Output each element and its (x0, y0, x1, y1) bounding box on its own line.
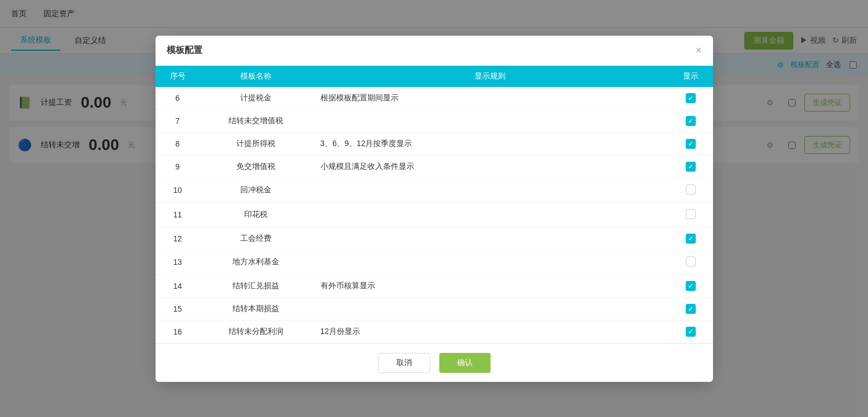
modal-overlay: 模板配置 × 序号 模板名称 显示规则 显示 6计提税金根据模板配置期间显 (0, 0, 868, 417)
col-header-rule: 显示规则 (312, 66, 668, 87)
cell-name: 结转未交增值税 (200, 109, 312, 132)
col-header-name: 模板名称 (200, 66, 312, 87)
cell-checkbox (668, 297, 713, 320)
cell-checkbox (668, 202, 713, 227)
cell-no: 6 (156, 87, 200, 110)
table-row: 11印花税 (156, 202, 713, 227)
table-row: 13地方水利基金 (156, 250, 713, 274)
cell-rule: 3、6、9、12月按季度显示 (312, 132, 668, 155)
cell-name: 结转汇兑损益 (200, 274, 312, 297)
cell-checkbox (668, 87, 713, 110)
cell-no: 16 (156, 320, 200, 343)
cell-no: 10 (156, 178, 200, 202)
cell-rule: 有外币核算显示 (312, 274, 668, 297)
cell-name: 免交增值税 (200, 155, 312, 178)
table-row: 9免交增值税小规模且满足收入条件显示 (156, 155, 713, 178)
cell-checkbox (668, 178, 713, 202)
checkbox-row-6[interactable] (686, 93, 696, 103)
cell-checkbox (668, 132, 713, 155)
cell-rule: 小规模且满足收入条件显示 (312, 155, 668, 178)
checkbox-row-10[interactable] (686, 185, 696, 195)
cell-rule: 根据模板配置期间显示 (312, 87, 668, 110)
template-config-modal: 模板配置 × 序号 模板名称 显示规则 显示 6计提税金根据模板配置期间显 (156, 36, 713, 382)
checkbox-row-16[interactable] (686, 327, 696, 337)
cell-no: 15 (156, 297, 200, 320)
table-row: 7结转未交增值税 (156, 109, 713, 132)
table-row: 12工会经费 (156, 227, 713, 250)
col-header-no: 序号 (156, 66, 200, 87)
table-row: 10回冲税金 (156, 178, 713, 202)
table-scroll-container[interactable]: 序号 模板名称 显示规则 显示 6计提税金根据模板配置期间显示7结转未交增值税8… (156, 66, 713, 343)
table-row: 16结转未分配利润12月份显示 (156, 320, 713, 343)
checkbox-row-15[interactable] (686, 304, 696, 314)
checkbox-row-13[interactable] (686, 256, 696, 266)
cell-checkbox (668, 227, 713, 250)
cell-rule (312, 297, 668, 320)
cell-checkbox (668, 155, 713, 178)
cell-no: 11 (156, 202, 200, 227)
checkbox-row-12[interactable] (686, 234, 696, 244)
config-table: 序号 模板名称 显示规则 显示 6计提税金根据模板配置期间显示7结转未交增值税8… (156, 66, 713, 343)
cell-checkbox (668, 109, 713, 132)
cell-name: 地方水利基金 (200, 250, 312, 274)
modal-title: 模板配置 (167, 45, 202, 56)
cell-rule (312, 250, 668, 274)
cell-rule (312, 202, 668, 227)
cell-name: 结转未分配利润 (200, 320, 312, 343)
cell-name: 计提所得税 (200, 132, 312, 155)
confirm-button[interactable]: 确认 (439, 353, 491, 373)
modal-header: 模板配置 × (156, 36, 713, 66)
cancel-button[interactable]: 取消 (378, 353, 430, 373)
cell-name: 回冲税金 (200, 178, 312, 202)
cell-name: 印花税 (200, 202, 312, 227)
cell-rule: 12月份显示 (312, 320, 668, 343)
cell-no: 8 (156, 132, 200, 155)
cell-name: 结转本期损益 (200, 297, 312, 320)
checkbox-row-9[interactable] (686, 162, 696, 172)
table-row: 15结转本期损益 (156, 297, 713, 320)
cell-checkbox (668, 250, 713, 274)
checkbox-row-8[interactable] (686, 139, 696, 149)
modal-close-button[interactable]: × (696, 45, 702, 55)
table-row: 14结转汇兑损益有外币核算显示 (156, 274, 713, 297)
modal-footer: 取消 确认 (156, 343, 713, 382)
checkbox-row-7[interactable] (686, 116, 696, 126)
checkbox-row-14[interactable] (686, 281, 696, 291)
cell-no: 7 (156, 109, 200, 132)
table-body: 6计提税金根据模板配置期间显示7结转未交增值税8计提所得税3、6、9、12月按季… (156, 87, 713, 343)
cell-name: 计提税金 (200, 87, 312, 110)
cell-no: 13 (156, 250, 200, 274)
table-row: 8计提所得税3、6、9、12月按季度显示 (156, 132, 713, 155)
cell-no: 9 (156, 155, 200, 178)
cell-no: 12 (156, 227, 200, 250)
table-row: 6计提税金根据模板配置期间显示 (156, 87, 713, 110)
cell-checkbox (668, 320, 713, 343)
cell-name: 工会经费 (200, 227, 312, 250)
cell-checkbox (668, 274, 713, 297)
checkbox-row-11[interactable] (686, 209, 696, 219)
cell-no: 14 (156, 274, 200, 297)
table-header: 序号 模板名称 显示规则 显示 (156, 66, 713, 87)
cell-rule (312, 227, 668, 250)
modal-body: 序号 模板名称 显示规则 显示 6计提税金根据模板配置期间显示7结转未交增值税8… (156, 66, 713, 343)
col-header-show: 显示 (668, 66, 713, 87)
cell-rule (312, 109, 668, 132)
cell-rule (312, 178, 668, 202)
